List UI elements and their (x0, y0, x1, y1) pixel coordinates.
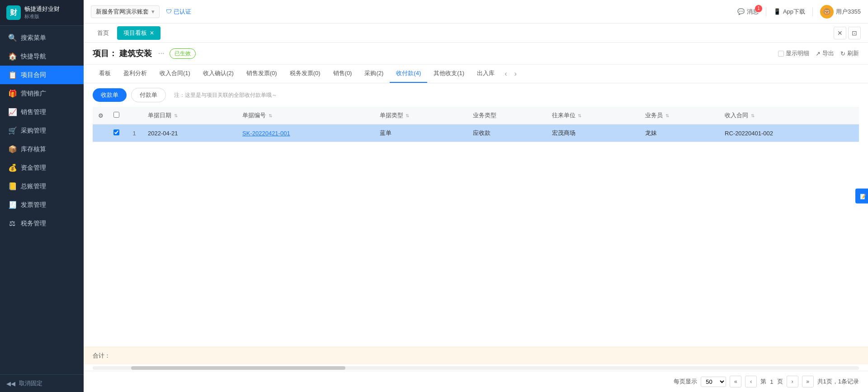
sub-tab-profit[interactable]: 盈利分析 (117, 65, 153, 83)
sort-icon: ⇅ (578, 113, 581, 118)
export-button[interactable]: ↗ 导出 (816, 49, 834, 57)
sidebar-item-project-contract[interactable]: 📋 项目合同 (0, 66, 84, 84)
receipt-bill-tab[interactable]: 收款单 (93, 88, 127, 102)
table-income-contract-col[interactable]: 收入合同 ⇅ (720, 107, 859, 124)
row-check[interactable] (109, 124, 125, 142)
tab-project-board[interactable]: 项目看板 ✕ (117, 26, 160, 40)
sidebar-logo: 财 畅捷通好业财 标准版 (0, 0, 84, 26)
tax-icon: ⚖ (8, 219, 16, 228)
sidebar-item-fund[interactable]: 💰 资金管理 (0, 158, 84, 177)
topbar-right: 💬 消息 1 📱 App下载 🐵 用户3355 (737, 5, 861, 19)
topbar-left: 新服务官网演示账套 ▾ 🛡 已认证 (91, 5, 737, 18)
tab-project-board-label: 项目看板 (123, 29, 147, 37)
sub-tab-other-expense[interactable]: 其他收支(1) (427, 65, 471, 83)
tab-close-icon[interactable]: ✕ (150, 30, 154, 36)
box-icon: 📦 (8, 145, 16, 153)
tab-maximize-button[interactable]: ⊡ (848, 27, 861, 39)
app-version: 标准版 (24, 13, 60, 20)
sidebar-item-purchase-mgmt[interactable]: 🛒 采购管理 (0, 121, 84, 140)
sub-tab-prev-arrow[interactable]: ‹ (501, 67, 510, 81)
scrollbar-thumb[interactable] (131, 366, 346, 370)
invoice-icon: 🧾 (8, 201, 16, 209)
row-num: 1 (125, 124, 143, 142)
sidebar-item-quick-nav[interactable]: 🏠 快捷导航 (0, 47, 84, 66)
sort-icon: ⇅ (406, 113, 409, 118)
table-type-col[interactable]: 单据类型 ⇅ (375, 107, 469, 124)
tab-home[interactable]: 首页 (91, 26, 115, 40)
sub-tab-sales-invoice[interactable]: 销售发票(0) (240, 65, 283, 83)
pagination: 每页显示 50 100 200 « ‹ 第 1 页 › » 共1页，1条记录 (84, 371, 868, 392)
sidebar-item-invoice[interactable]: 🧾 发票管理 (0, 196, 84, 214)
sidebar-item-label: 搜索菜单 (21, 34, 46, 42)
sidebar-item-inventory[interactable]: 📦 库存核算 (0, 140, 84, 158)
app-download-label: App下载 (783, 8, 805, 16)
page-prev-button[interactable]: ‹ (745, 376, 757, 387)
refresh-button[interactable]: ↻ 刷新 (840, 49, 859, 57)
table-gear-col[interactable]: ⚙ (93, 107, 109, 124)
sub-tab-purchase[interactable]: 采购(2) (358, 65, 390, 83)
row-type: 蓝单 (375, 124, 469, 142)
page-last-button[interactable]: » (802, 376, 814, 387)
horizontal-scrollbar[interactable] (84, 364, 868, 371)
table-salesman-col[interactable]: 业务员 ⇅ (641, 107, 720, 124)
table-partner-col[interactable]: 往来单位 ⇅ (547, 107, 641, 124)
payment-bill-tab[interactable]: 付款单 (131, 88, 166, 102)
sidebar-item-label: 销售管理 (21, 108, 46, 116)
cart-icon: 🛒 (8, 126, 16, 135)
page-first-button[interactable]: « (730, 376, 741, 387)
sales-icon: 📈 (8, 108, 16, 116)
project-name: 建筑安装 (119, 49, 152, 58)
show-detail-checkbox[interactable]: 显示明细 (778, 49, 809, 57)
checkbox-icon[interactable] (778, 51, 784, 57)
sort-icon: ⇅ (174, 113, 178, 118)
sub-tab-next-arrow[interactable]: › (510, 67, 520, 81)
row-code[interactable]: SK-20220421-001 (238, 124, 375, 142)
project-status-badge: 已生效 (170, 48, 196, 59)
tab-close-button[interactable]: ✕ (834, 27, 846, 39)
project-icon: 📋 (8, 71, 16, 79)
message-icon: 💬 (737, 8, 745, 15)
message-button[interactable]: 💬 消息 1 (737, 8, 759, 16)
table-date-col[interactable]: 单据日期 ⇅ (143, 107, 238, 124)
topbar-divider2 (812, 7, 813, 16)
sort-icon: ⇅ (269, 113, 272, 118)
shield-icon: 🛡 (166, 8, 172, 15)
app-download-button[interactable]: 📱 App下载 (774, 8, 805, 16)
pin-icon: ◀◀ (6, 380, 15, 387)
page-current: 1 (770, 378, 773, 385)
sub-tab-kanban[interactable]: 看板 (93, 65, 117, 83)
row-checkbox[interactable] (113, 129, 119, 135)
sub-tab-sales[interactable]: 销售(0) (327, 65, 359, 83)
user-menu[interactable]: 🐵 用户3355 (820, 5, 861, 19)
table-num-col (125, 107, 143, 124)
ledger-icon: 📒 (8, 182, 16, 191)
sidebar-item-sales-mgmt[interactable]: 📈 销售管理 (0, 103, 84, 121)
topbar-divider (766, 7, 766, 16)
sub-tab-income-contract[interactable]: 收入合同(1) (153, 65, 197, 83)
project-more-button[interactable]: ··· (158, 49, 164, 57)
table-select-all[interactable] (113, 112, 119, 118)
sub-tab-inout[interactable]: 出入库 (471, 65, 501, 83)
table-code-col[interactable]: 单据编号 ⇅ (238, 107, 375, 124)
page-next-button[interactable]: › (787, 376, 798, 387)
sub-tab-receipt[interactable]: 收付款(4) (390, 65, 427, 83)
tab-home-label: 首页 (97, 29, 109, 37)
sidebar-unpin[interactable]: ◀◀ 取消固定 (0, 374, 84, 392)
sidebar-item-tax[interactable]: ⚖ 税务管理 (0, 214, 84, 233)
sidebar-item-marketing[interactable]: 🎁 营销推广 (0, 84, 84, 103)
table-row[interactable]: 1 2022-04-21 SK-20220421-001 蓝单 应收款 宏茂商场… (93, 124, 859, 142)
sidebar-item-ledger[interactable]: 📒 总账管理 (0, 177, 84, 196)
demo-account-selector[interactable]: 新服务官网演示账套 ▾ (91, 5, 160, 18)
per-page-select[interactable]: 50 100 200 (701, 377, 726, 387)
row-income-contract: RC-20220401-002 (720, 124, 859, 142)
row-code-link[interactable]: SK-20220421-001 (242, 130, 290, 137)
home-icon: 🏠 (8, 52, 16, 61)
table-wrapper: ⚙ 单据日期 ⇅ 单据编号 ⇅ (84, 107, 868, 347)
sidebar-item-label: 发票管理 (21, 201, 46, 209)
sub-tab-income-confirm[interactable]: 收入确认(2) (197, 65, 240, 83)
sub-tab-tax-invoice[interactable]: 税务发票(0) (283, 65, 327, 83)
refresh-label: 刷新 (847, 49, 859, 57)
right-float-button[interactable]: 📝 (855, 189, 868, 204)
sub-tabs: 看板 盈利分析 收入合同(1) 收入确认(2) 销售发票(0) 税务发票(0) … (84, 65, 868, 83)
sidebar-item-search[interactable]: 🔍 搜索菜单 (0, 29, 84, 47)
